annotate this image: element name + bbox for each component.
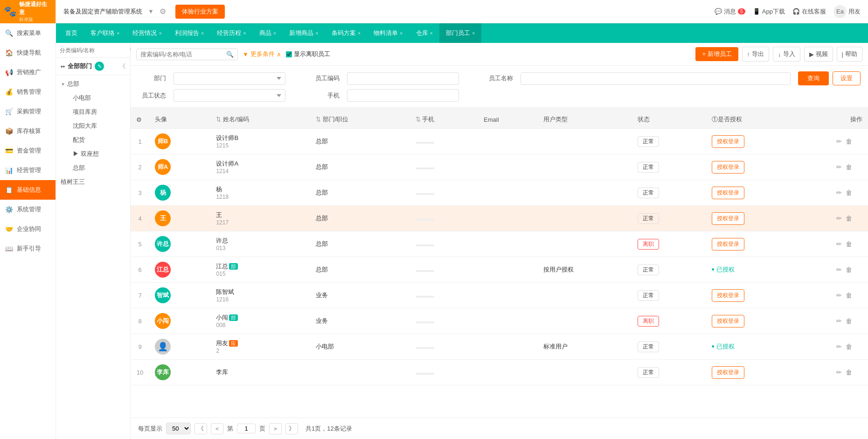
emp-code-input[interactable] xyxy=(347,72,459,85)
dept-select[interactable] xyxy=(174,72,285,85)
tab-home[interactable]: 首页 xyxy=(59,23,84,43)
delete-btn[interactable]: 🗑 xyxy=(846,292,852,299)
page-number-input[interactable] xyxy=(237,424,256,433)
tab-close[interactable]: × xyxy=(117,30,119,36)
topbar-gear[interactable]: ⚙ xyxy=(160,7,166,16)
try-btn[interactable]: 体验行业方案 xyxy=(175,5,225,19)
col-name[interactable]: ⇅ 姓名/编码 xyxy=(210,111,310,129)
emp-status-select[interactable] xyxy=(174,89,285,102)
col-dept[interactable]: ⇅ 部门/职位 xyxy=(310,111,410,129)
tab-close[interactable]: × xyxy=(201,30,204,36)
sidebar-item-operation[interactable]: 📊经营管理 xyxy=(0,160,56,180)
first-page-btn[interactable]: 《 xyxy=(194,423,207,434)
dept-node-plant[interactable]: 植树王三 xyxy=(56,175,130,189)
online-service-btn[interactable]: 🎧 在线客服 xyxy=(792,7,826,16)
delete-btn[interactable]: 🗑 xyxy=(846,240,852,248)
edit-btn[interactable]: ✏ xyxy=(836,138,842,145)
set-btn[interactable]: 设置 xyxy=(833,71,861,85)
show-resigned-checkbox[interactable] xyxy=(286,51,292,57)
dept-edit-btn[interactable]: ✎ xyxy=(95,62,104,71)
sidebar-item-search[interactable]: 🔍搜索菜单 xyxy=(0,23,56,43)
edit-btn[interactable]: ✏ xyxy=(836,317,842,325)
delete-btn[interactable]: 🗑 xyxy=(846,138,852,145)
app-download-btn[interactable]: 📱 App下载 xyxy=(753,7,785,16)
tab-close[interactable]: × xyxy=(358,30,361,36)
tab-close[interactable]: × xyxy=(430,30,433,36)
sidebar-item-inventory[interactable]: 📦库存核算 xyxy=(0,121,56,141)
edit-btn[interactable]: ✏ xyxy=(836,189,842,196)
dept-node-small-elec[interactable]: 小电部 xyxy=(67,91,130,105)
tab-close[interactable]: × xyxy=(159,30,161,36)
emp-name-input[interactable] xyxy=(521,72,791,85)
auth-btn[interactable]: 授权登录 xyxy=(712,315,744,328)
auth-btn[interactable]: 授权登录 xyxy=(712,289,744,302)
prev-page-btn[interactable]: ＜ xyxy=(211,423,223,434)
auth-btn[interactable]: 授权登录 xyxy=(712,366,744,379)
tab-close[interactable]: × xyxy=(472,30,475,36)
tab-close[interactable]: × xyxy=(243,30,246,36)
dept-node-delivery[interactable]: 配货 xyxy=(67,133,130,147)
per-page-select[interactable]: 50 xyxy=(166,423,191,434)
col-phone[interactable]: ⇅ 手机 xyxy=(410,111,478,129)
sidebar-item-collab[interactable]: 🤝企业协同 xyxy=(0,219,56,239)
edit-btn[interactable]: ✏ xyxy=(836,215,842,222)
edit-btn[interactable]: ✏ xyxy=(836,369,842,376)
dept-node-hq[interactable]: 总部 xyxy=(67,161,130,175)
delete-btn[interactable]: 🗑 xyxy=(846,215,852,222)
dept-node-double[interactable]: ▶ 双座想 xyxy=(67,147,130,161)
edit-btn[interactable]: ✏ xyxy=(836,343,842,350)
export-btn[interactable]: ↑ 导出 xyxy=(742,47,770,62)
message-btn[interactable]: 💬 消息 5 xyxy=(715,7,745,16)
tab-operation[interactable]: 经营情况× xyxy=(126,23,168,43)
dept-node-general[interactable]: ▼ 总部 xyxy=(56,77,130,91)
tab-close[interactable]: × xyxy=(273,30,276,36)
sidebar-item-finance[interactable]: 💳资金管理 xyxy=(0,141,56,160)
delete-btn[interactable]: 🗑 xyxy=(846,189,852,196)
sidebar-item-marketing[interactable]: 📢营销推广 xyxy=(0,63,56,82)
dept-node-project[interactable]: 项目库房 xyxy=(67,105,130,119)
search-btn[interactable]: 查询 xyxy=(798,71,829,85)
edit-btn[interactable]: ✏ xyxy=(836,163,842,171)
next-page-btn[interactable]: ＞ xyxy=(269,423,282,434)
auth-btn[interactable]: 授权登录 xyxy=(712,161,744,174)
tab-bom[interactable]: 物料清单× xyxy=(367,23,409,43)
filter-btn[interactable]: ▼ 更多条件 ∧ xyxy=(243,50,281,58)
edit-btn[interactable]: ✏ xyxy=(836,292,842,299)
edit-btn[interactable]: ✏ xyxy=(836,266,842,273)
tab-customer[interactable]: 客户联络× xyxy=(84,23,126,43)
auth-btn[interactable]: 授权登录 xyxy=(712,135,744,148)
auth-btn[interactable]: 授权登录 xyxy=(712,212,744,225)
tab-close[interactable]: × xyxy=(400,30,403,36)
sidebar-item-sales[interactable]: 💰销售管理 xyxy=(0,82,56,102)
delete-btn[interactable]: 🗑 xyxy=(846,343,852,350)
tab-warehouse[interactable]: 仓库× xyxy=(410,23,439,43)
user-avatar[interactable]: Ea 用友 xyxy=(833,5,861,18)
phone-input[interactable] xyxy=(347,89,459,102)
tab-history[interactable]: 经营历程× xyxy=(210,23,252,43)
dept-node-shenyang[interactable]: 沈阳大库 xyxy=(67,119,130,133)
auth-btn[interactable]: 授权登录 xyxy=(712,187,744,199)
delete-btn[interactable]: 🗑 xyxy=(846,317,852,325)
sidebar-item-purchase[interactable]: 🛒采购管理 xyxy=(0,102,56,121)
import-btn[interactable]: ↓ 导入 xyxy=(773,47,800,62)
delete-btn[interactable]: 🗑 xyxy=(846,369,852,376)
delete-btn[interactable]: 🗑 xyxy=(846,266,852,273)
dept-collapse-btn[interactable]: 《 xyxy=(119,62,125,70)
tab-barcode[interactable]: 条码方案× xyxy=(325,23,367,43)
last-page-btn[interactable]: 》 xyxy=(285,423,298,434)
tab-profit[interactable]: 利润报告× xyxy=(168,23,210,43)
auth-btn[interactable]: 授权登录 xyxy=(712,238,744,251)
tab-dept-staff[interactable]: 部门员工× xyxy=(439,23,481,43)
sidebar-item-quick[interactable]: 🏠快捷导航 xyxy=(0,43,56,63)
dept-search-input[interactable] xyxy=(60,47,130,54)
delete-btn[interactable]: 🗑 xyxy=(846,163,852,171)
sidebar-item-basic[interactable]: 📋基础信息 xyxy=(0,180,56,200)
search-input[interactable] xyxy=(140,51,224,58)
tab-close[interactable]: × xyxy=(315,30,318,36)
sidebar-item-system[interactable]: ⚙️系统管理 xyxy=(0,200,56,219)
tab-new-goods[interactable]: 新增商品× xyxy=(283,23,325,43)
help-btn[interactable]: | 帮助 xyxy=(837,47,862,62)
sidebar-item-guide[interactable]: 📖新手引导 xyxy=(0,239,56,258)
add-employee-btn[interactable]: + 新增员工 xyxy=(695,47,738,61)
edit-btn[interactable]: ✏ xyxy=(836,240,842,248)
